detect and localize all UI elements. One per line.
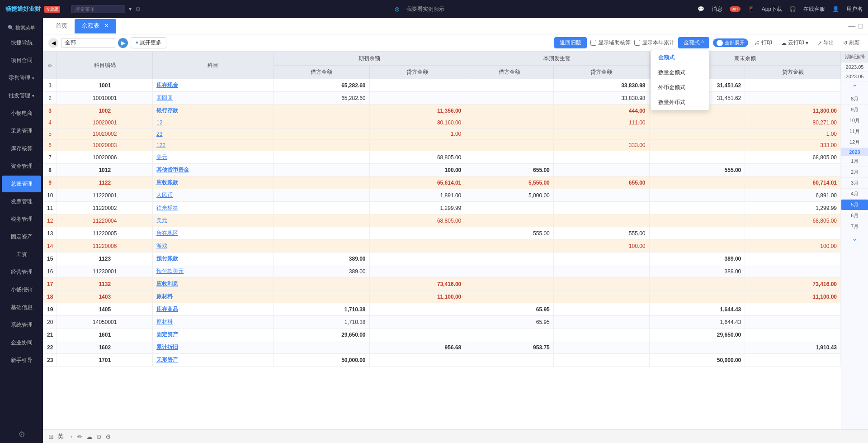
row-name[interactable]: 银行存款	[156, 107, 178, 114]
row-name[interactable]: 库存商品	[156, 306, 178, 312]
sidebar-settings-icon[interactable]: ⚙	[0, 426, 43, 443]
dropdown-item-quantity-amount[interactable]: 数量金额式	[651, 65, 709, 80]
amount-style-btn[interactable]: 金额式 ^	[678, 37, 709, 48]
row-name[interactable]: 23	[156, 131, 162, 137]
top-search-input[interactable]	[71, 5, 125, 13]
period-6[interactable]: 6月	[841, 210, 868, 221]
username[interactable]: 用户名	[846, 5, 863, 13]
nav-forward-btn[interactable]: ▶	[118, 38, 128, 48]
sidebar-item-basic[interactable]: 基础信息	[2, 299, 41, 316]
print-btn[interactable]: 🖨 打印	[752, 38, 775, 48]
period-9[interactable]: 9月	[841, 105, 868, 115]
period-nav-up[interactable]: ⌃	[841, 81, 868, 94]
row-name[interactable]: 固定资产	[156, 331, 178, 338]
sidebar-item-operations[interactable]: 经营管理	[2, 264, 41, 281]
bottom-icon-2[interactable]: 英	[57, 433, 64, 441]
sidebar-item-fixed-assets[interactable]: 固定资产	[2, 229, 41, 245]
row-name[interactable]: 回回回	[156, 95, 173, 101]
refresh-btn[interactable]: ↺ 刷新	[840, 38, 863, 48]
online-support-label[interactable]: 在线客服	[803, 5, 825, 13]
sidebar-item-project[interactable]: 项目合同	[2, 52, 41, 69]
row-name[interactable]: 库存现金	[156, 82, 178, 88]
row-name[interactable]: 美元	[156, 154, 167, 160]
period-10[interactable]: 10月	[841, 115, 868, 126]
sidebar-item-cooperation[interactable]: 企业协同	[2, 334, 41, 351]
bottom-icon-settings[interactable]: ⚙	[105, 433, 111, 440]
tab-minimize-icon[interactable]: —	[848, 22, 855, 30]
tab-close-icon[interactable]: ✕	[104, 22, 109, 29]
period-3[interactable]: 3月	[841, 178, 868, 189]
period-8[interactable]: 8月	[841, 94, 868, 105]
expand-more-btn[interactable]: ▾ 展开更多	[131, 37, 166, 48]
tab-restore-icon[interactable]: □	[858, 22, 863, 30]
sidebar-item-wholesale[interactable]: 批发管理 ▾	[2, 87, 41, 104]
account-search-input[interactable]	[61, 38, 115, 48]
period-2023-05-end[interactable]: 2023.05	[841, 72, 868, 81]
user-icon[interactable]: 👤	[832, 6, 839, 12]
row-name[interactable]: 原材料	[156, 293, 173, 300]
bottom-icon-1[interactable]: ⊞	[48, 433, 54, 440]
support-icon[interactable]: 🎧	[789, 6, 796, 12]
bottom-icon-6[interactable]: ⊙	[96, 433, 102, 440]
period-year-2023[interactable]: 2023	[841, 148, 868, 156]
sidebar-item-guide[interactable]: 新手引导	[2, 352, 41, 369]
row-name[interactable]: 其他货币资金	[156, 167, 189, 173]
period-5[interactable]: 5月	[841, 200, 868, 210]
period-2023-05-start[interactable]: 2023.05	[841, 62, 868, 72]
sidebar-item-inventory[interactable]: 库存核算	[2, 140, 41, 157]
dropdown-item-quantity-foreign[interactable]: 数量外币式	[651, 95, 709, 110]
sidebar-item-tax[interactable]: 税务管理	[2, 211, 41, 228]
sidebar-item-retail[interactable]: 零售管理 ▾	[2, 70, 41, 86]
message-icon[interactable]: 💬	[698, 6, 704, 12]
table-settings-icon[interactable]: ⚙	[47, 62, 52, 69]
row-name[interactable]: 美元	[156, 217, 167, 224]
row-name[interactable]: 应收账款	[156, 179, 178, 186]
dropdown-item-amount[interactable]: 金额式	[651, 50, 709, 65]
bottom-icon-5[interactable]: ☁	[86, 433, 93, 440]
row-name[interactable]: 往来标签	[156, 205, 178, 211]
period-12[interactable]: 12月	[841, 137, 868, 148]
sidebar-item-capital[interactable]: 资金管理	[2, 158, 41, 175]
show-auxiliary-check[interactable]: 显示辅助核算	[590, 39, 631, 47]
period-nav-down[interactable]: ⌄	[841, 232, 868, 244]
demo-text[interactable]: 我要看实例演示	[406, 5, 444, 13]
row-name[interactable]: 预付账款	[156, 255, 178, 262]
sidebar-item-salary[interactable]: 工资	[2, 246, 41, 263]
row-name[interactable]: 预付款美元	[156, 268, 184, 274]
export-btn[interactable]: ↗ 导出	[815, 38, 837, 48]
period-11[interactable]: 11月	[841, 126, 868, 137]
th-settings[interactable]: ⚙	[43, 52, 57, 79]
period-1[interactable]: 1月	[841, 156, 868, 167]
nav-back-btn[interactable]: ◀	[48, 38, 58, 48]
row-name[interactable]: 人民币	[156, 192, 173, 198]
row-name[interactable]: 累计折旧	[156, 344, 178, 350]
sidebar-item-invoice[interactable]: 发票管理	[2, 193, 41, 210]
cloud-print-btn[interactable]: ☁ 云打印 ▾	[778, 38, 811, 48]
bottom-icon-3[interactable]: →	[67, 433, 74, 440]
row-name[interactable]: 12	[156, 119, 162, 126]
sidebar-item-sales[interactable]: 小畅报销	[2, 281, 41, 298]
expand-all-toggle[interactable]: 全部展开	[713, 38, 748, 47]
sidebar-item-ecommerce[interactable]: 小畅电商	[2, 105, 41, 122]
row-name[interactable]: 应收利息	[156, 281, 178, 287]
ytd-checkbox[interactable]	[634, 40, 640, 46]
period-7[interactable]: 7月	[841, 221, 868, 232]
period-4[interactable]: 4月	[841, 189, 868, 200]
bottom-icon-4[interactable]: ✏	[77, 433, 83, 440]
row-name[interactable]: 游戏	[156, 243, 167, 249]
settings-icon[interactable]: ⚙	[135, 5, 141, 13]
app-download-label[interactable]: App下载	[762, 5, 782, 13]
row-name[interactable]: 无形资产	[156, 357, 178, 363]
sidebar-item-purchase[interactable]: 采购管理	[2, 123, 41, 139]
dropdown-arrow[interactable]: ▾	[129, 6, 132, 12]
download-icon[interactable]: 📱	[748, 6, 755, 12]
return-old-version-btn[interactable]: 返回旧版	[554, 37, 587, 48]
dropdown-item-foreign-amount[interactable]: 外币金额式	[651, 80, 709, 95]
sidebar-item-system[interactable]: 系统管理	[2, 317, 41, 333]
row-name[interactable]: 原材料	[156, 319, 173, 325]
tab-home[interactable]: 首页	[48, 19, 75, 33]
sidebar-item-ledger[interactable]: 总账管理	[2, 176, 41, 192]
tab-balance[interactable]: 余额表 ✕	[75, 19, 116, 33]
demo-icon[interactable]: ◎	[395, 6, 399, 12]
row-name[interactable]: 所在地区	[156, 230, 178, 236]
